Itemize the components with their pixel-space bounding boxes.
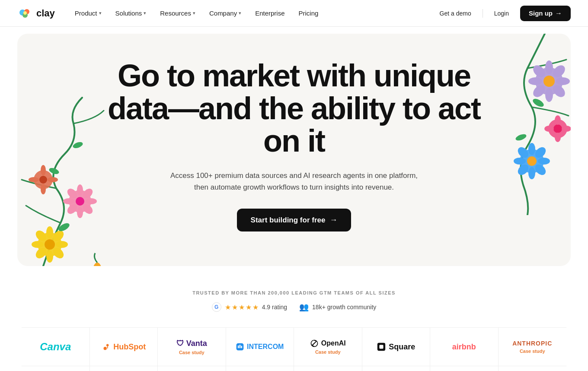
svg-point-30: [48, 177, 58, 182]
svg-point-5: [38, 232, 62, 257]
svg-point-24: [81, 203, 94, 216]
logo-openai: OpenAI Case study: [294, 328, 362, 366]
svg-point-28: [41, 184, 46, 194]
trusted-section: TRUSTED BY MORE THAN 200,000 LEADING GTM…: [0, 273, 588, 371]
community-stat: 👥 18k+ growth community: [299, 302, 376, 312]
svg-point-46: [553, 124, 562, 133]
svg-point-23: [65, 203, 79, 216]
svg-point-4: [23, 11, 27, 15]
svg-point-49: [544, 126, 554, 132]
nav-right: Get a demo Login Sign up →: [432, 6, 571, 21]
nav-resources[interactable]: Resources ▾: [154, 7, 201, 19]
clay-logo-icon: [17, 6, 33, 21]
svg-point-58: [533, 145, 548, 160]
svg-point-56: [538, 158, 550, 165]
svg-point-48: [555, 133, 561, 142]
svg-point-25: [34, 170, 53, 189]
svg-point-39: [528, 77, 542, 85]
hero-section: Go to market with unique data—and the ab…: [17, 34, 571, 266]
svg-point-6: [45, 239, 55, 250]
logo-webflow: Webflow: [158, 366, 226, 371]
start-building-button[interactable]: Start building for free →: [237, 209, 352, 231]
logos-row-2: ramp ↗ Notion Webflow Grafana Labs okta …: [22, 366, 566, 371]
svg-point-55: [514, 158, 526, 165]
g2-rating-stat: G ★ ★ ★ ★ ★ 4.9 rating: [212, 302, 287, 312]
logo-notion: Notion: [90, 366, 158, 371]
star-2: ★: [232, 303, 238, 311]
signup-button[interactable]: Sign up →: [520, 6, 571, 21]
svg-point-59: [516, 162, 530, 177]
nav-links: Product ▾ Solutions ▾ Resources ▾ Compan…: [69, 7, 325, 19]
svg-point-32: [57, 222, 70, 233]
community-icon: 👥: [299, 302, 309, 312]
logo-text: clay: [36, 8, 55, 19]
svg-point-51: [520, 149, 544, 173]
nav-pricing[interactable]: Pricing: [293, 7, 325, 19]
logo-link[interactable]: clay: [17, 6, 55, 21]
svg-point-63: [106, 344, 109, 347]
svg-point-40: [556, 77, 570, 85]
svg-point-11: [34, 228, 48, 243]
hero-title: Go to market with unique data—and the ab…: [99, 60, 489, 158]
nav-solutions[interactable]: Solutions ▾: [109, 7, 153, 19]
svg-point-42: [551, 63, 567, 79]
nav-enterprise[interactable]: Enterprise: [249, 7, 291, 19]
logo-hubspot: HubSpot: [90, 328, 158, 366]
arrow-right-icon: →: [329, 216, 337, 225]
svg-point-33: [48, 167, 60, 175]
chevron-down-icon: ▾: [99, 10, 102, 16]
svg-point-29: [29, 177, 39, 182]
svg-point-7: [46, 226, 53, 238]
star-5: ★: [252, 303, 259, 311]
navigation: clay Product ▾ Solutions ▾ Resources ▾ C…: [0, 0, 588, 27]
g2-logo: G: [212, 302, 221, 312]
login-button[interactable]: Login: [486, 6, 517, 20]
logo-anthropic: ANTHROPIC Case study: [499, 328, 567, 366]
star-rating: ★ ★ ★ ★ ★: [225, 303, 259, 311]
logo-airbnb: airbnb: [430, 328, 499, 366]
community-text: 18k+ growth community: [312, 304, 376, 311]
trusted-label: TRUSTED BY MORE THAN 200,000 LEADING GTM…: [192, 290, 396, 295]
svg-point-21: [65, 187, 79, 200]
svg-point-19: [63, 198, 74, 204]
logo-intercom: INTERCOM: [226, 328, 294, 366]
svg-point-8: [46, 251, 53, 263]
svg-point-9: [32, 241, 44, 248]
logo-verkada: ✔ Verkada: [362, 366, 431, 371]
svg-point-57: [516, 145, 530, 160]
svg-point-13: [34, 246, 48, 260]
get-demo-button[interactable]: Get a demo: [432, 6, 479, 20]
svg-point-10: [56, 241, 68, 248]
logo-vanta: 🛡 Vanta Case study: [158, 328, 226, 366]
svg-point-60: [533, 162, 548, 177]
chevron-down-icon: ▾: [239, 10, 241, 16]
star-3: ★: [239, 303, 245, 311]
svg-point-20: [86, 198, 97, 204]
svg-point-54: [528, 167, 535, 179]
logo-ramp: ramp ↗: [22, 366, 90, 371]
logo-faire: FAIRE Case study: [499, 366, 567, 371]
star-4: ★: [246, 303, 252, 311]
svg-point-37: [545, 60, 553, 74]
svg-point-38: [545, 88, 553, 102]
arrow-right-icon: →: [555, 10, 562, 17]
svg-rect-67: [240, 345, 241, 348]
svg-point-61: [531, 97, 545, 108]
nav-product[interactable]: Product ▾: [69, 7, 108, 19]
svg-point-45: [548, 119, 567, 138]
logo-canva: Canva: [22, 328, 90, 366]
svg-point-44: [551, 83, 567, 99]
svg-point-12: [51, 228, 66, 243]
svg-point-50: [562, 126, 571, 132]
svg-point-18: [77, 207, 83, 218]
logo-square: Square: [362, 328, 431, 366]
nav-divider: [483, 9, 483, 18]
logos-row-1: Canva HubSpot 🛡 Vanta Case study INTERCO…: [22, 327, 566, 366]
svg-point-27: [41, 165, 46, 175]
svg-point-34: [72, 141, 84, 149]
logo-okta: okta: [294, 366, 362, 371]
nav-company[interactable]: Company ▾: [203, 7, 247, 19]
star-1: ★: [225, 303, 231, 311]
svg-point-14: [51, 246, 66, 260]
logo-dropbox: ◈ Dropbox: [430, 366, 499, 371]
